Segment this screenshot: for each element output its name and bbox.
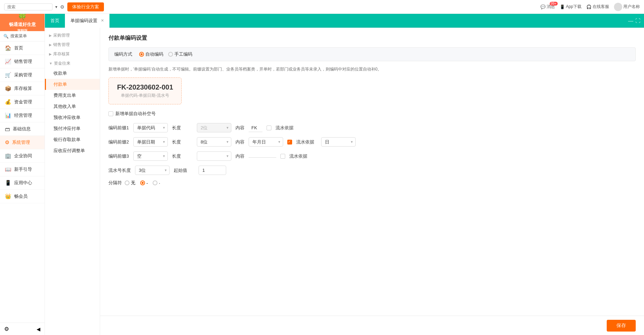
sidebar-item-stock[interactable]: 📦 库存核算: [0, 82, 45, 95]
sidebar-item-enterprise[interactable]: 🏢 企业协同: [0, 149, 45, 163]
sidebar-collapse-icon[interactable]: ◀: [37, 326, 40, 332]
sidebar-item-member[interactable]: 👑 畅会员: [0, 190, 45, 203]
prefix1-content-value: FK: [249, 124, 262, 132]
sub-nav-item-prepay-receivable[interactable]: 预收冲应收单: [45, 112, 100, 123]
sub-nav-group-sales[interactable]: ▶ 销售管理: [45, 40, 100, 49]
sidebar-label-sales: 销售管理: [14, 58, 32, 65]
topbar-gear-icon[interactable]: ⚙: [60, 4, 65, 10]
online-service-btn[interactable]: 🎧 在线客服: [586, 4, 609, 10]
serial-length-wrap: 3位: [135, 166, 170, 175]
prefix3-flow-checkbox[interactable]: [280, 154, 285, 159]
prefix1-flow-checkbox[interactable]: [267, 125, 271, 130]
prefix3-length-select[interactable]: [197, 151, 231, 161]
stock-group-label: 库存核算: [53, 51, 70, 57]
message-btn[interactable]: 💬 消息 99+: [540, 4, 555, 10]
sidebar-label-enterprise: 企业协同: [14, 153, 32, 159]
prefix2-content-select[interactable]: 年月日: [249, 137, 283, 147]
finance-group-label: 资金往来: [54, 61, 70, 66]
receivable-adjust-label: 应收应付调整单: [54, 148, 85, 153]
start-value-input[interactable]: [199, 166, 226, 175]
tabbar-minimize-icon[interactable]: —: [628, 18, 633, 24]
form-area: 付款单编码设置 编码方式 自动编码 手工编码: [100, 28, 644, 316]
prefix3-label: 编码前缀3: [108, 153, 129, 159]
guide-icon: 📖: [5, 166, 11, 173]
sub-nav-item-other-income[interactable]: 其他收入单: [45, 101, 100, 112]
prefix3-select[interactable]: 空: [133, 151, 168, 161]
sales-icon: 📈: [5, 58, 11, 65]
prefix2-length-select[interactable]: 8位: [197, 137, 231, 147]
code-preview-main: FK-20230602-001: [117, 83, 173, 91]
serial-length-select[interactable]: 3位: [135, 166, 170, 175]
prefix1-flow-label: 流水依据: [276, 125, 296, 131]
sidebar-logo: 🍀 畅通道好生意 旗舰版: [0, 14, 45, 31]
tab-encoding-label: 单据编码设置: [70, 18, 97, 24]
prefix2-select[interactable]: 单据日期: [133, 137, 168, 147]
sidebar-item-basic[interactable]: 🗃 基础信息: [0, 122, 45, 136]
bank-deposit-label: 银行存取款单: [54, 137, 80, 142]
sub-nav-group-finance[interactable]: ▼ 资金往来: [45, 58, 100, 68]
auto-encoding-label: 自动编码: [145, 51, 163, 57]
tab-home[interactable]: 首页: [45, 14, 65, 28]
auto-fill-row[interactable]: 新增单据自动补空号: [108, 111, 636, 117]
app-download-btn[interactable]: 📱 App下载: [560, 4, 581, 10]
prefix2-length-label: 长度: [172, 139, 193, 145]
sub-nav-group-stock[interactable]: ▶ 库存核算: [45, 49, 100, 58]
finance-icon: 💰: [5, 99, 11, 105]
tabbar-expand-icon[interactable]: ⛶: [635, 18, 641, 24]
sidebar-item-purchase[interactable]: 🛒 采购管理: [0, 68, 45, 82]
tabbar: 首页 单据编码设置 ✕ — ⛶: [45, 14, 644, 28]
search-input[interactable]: [4, 3, 52, 10]
prefix1-length-select[interactable]: 2位: [197, 123, 231, 132]
separator-dot-item[interactable]: ·: [153, 180, 160, 186]
separator-dash-char: -: [146, 180, 148, 186]
separator-none-item[interactable]: 无: [125, 180, 135, 186]
sidebar-label-finance: 资金管理: [14, 99, 32, 105]
prefix2-flow-checkbox[interactable]: [287, 140, 292, 145]
sidebar-item-system[interactable]: ⚙ 系统管理: [0, 136, 45, 149]
sub-nav-item-receipt[interactable]: 收款单: [45, 68, 100, 79]
prefix1-select[interactable]: 单据代码: [133, 123, 168, 132]
sub-nav-item-prepay-payable[interactable]: 预付冲应付单: [45, 123, 100, 134]
sidebar-item-sales[interactable]: 📈 销售管理: [0, 55, 45, 68]
sidebar-item-finance[interactable]: 💰 资金管理: [0, 95, 45, 109]
topbar-dropdown[interactable]: ▾: [55, 4, 57, 9]
sidebar-item-apps[interactable]: 📱 应用中心: [0, 176, 45, 190]
user-name: 用户名称: [623, 4, 640, 10]
separator-dash-item[interactable]: -: [140, 180, 148, 186]
sidebar-settings-icon[interactable]: ⚙: [4, 326, 9, 332]
prefix2-select-wrap: 单据日期: [133, 137, 168, 147]
sub-nav-item-payment[interactable]: 付款单: [45, 79, 100, 90]
prefix2-flow-unit-select[interactable]: 日: [321, 137, 356, 147]
prefix2-label: 编码前缀2: [108, 139, 129, 145]
sub-nav-item-receivable-adjust[interactable]: 应收应付调整单: [45, 145, 100, 156]
purchase-icon: 🛒: [5, 72, 11, 78]
sub-nav-group-purchase[interactable]: ▶ 采购管理: [45, 30, 100, 40]
manual-encoding-radio[interactable]: 手工编码: [168, 51, 192, 57]
sidebar-item-operation[interactable]: 📊 经营管理: [0, 109, 45, 122]
tab-encoding[interactable]: 单据编码设置 ✕: [65, 14, 109, 28]
auto-fill-checkbox[interactable]: [108, 111, 113, 116]
trial-btn[interactable]: 体验行业方案: [67, 2, 104, 11]
save-button[interactable]: 保存: [607, 320, 636, 332]
inner-layout: ▶ 采购管理 ▶ 销售管理 ▶ 库存核算 ▼ 资金往来 收款单: [45, 28, 644, 335]
prefix2-content-label: 内容: [236, 139, 244, 145]
code-preview-sub: 单据代码-单据日期-流水号: [117, 93, 173, 99]
sub-nav-item-bank-deposit[interactable]: 银行存取款单: [45, 134, 100, 145]
stock-group-arrow: ▶: [49, 52, 52, 56]
sidebar-item-home[interactable]: 🏠 首页: [0, 41, 45, 55]
prefix2-row: 编码前缀2 单据日期 长度 8位 内容: [108, 137, 636, 147]
sidebar-item-guide[interactable]: 📖 新手引导: [0, 163, 45, 176]
bottom-bar: 保存: [100, 316, 644, 335]
auto-encoding-radio[interactable]: 自动编码: [139, 51, 163, 57]
sub-nav-item-expense[interactable]: 费用支出单: [45, 90, 100, 101]
user-info[interactable]: 用户名称: [614, 3, 640, 11]
stock-icon: 📦: [5, 85, 11, 92]
manual-encoding-label: 手工编码: [174, 51, 192, 57]
separator-dot-char: ·: [159, 180, 160, 186]
hint-text: 新增单据时，'单据编码'自动生成，不可编辑。前缀设置为部门、业务员等档案类，开单…: [108, 66, 636, 73]
serial-row: 流水号长度 3位 起始值: [108, 166, 636, 175]
prefix1-length-label: 长度: [172, 125, 193, 131]
separator-dash-circle: [140, 180, 145, 185]
tab-encoding-close[interactable]: ✕: [101, 18, 104, 23]
prefix1-select-wrap: 单据代码: [133, 123, 168, 132]
